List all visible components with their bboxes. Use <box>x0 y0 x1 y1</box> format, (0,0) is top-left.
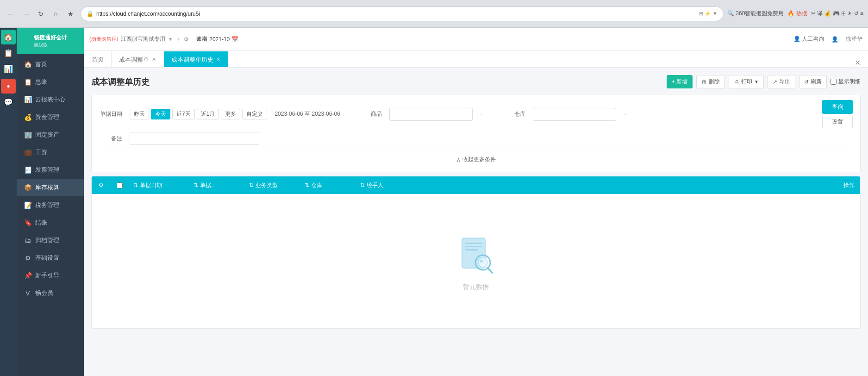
tab-cost-adjust-history[interactable]: 成本调整单历史 ✕ <box>164 51 228 67</box>
company-selector[interactable]: (勿删勿禁用) 江西服宝测试专用 ▼ ＋ ⚙ <box>89 35 189 43</box>
sidebar-item-11[interactable]: ⚙基础设置 <box>17 249 84 267</box>
svg-point-7 <box>480 260 483 263</box>
sidebar-item-label-8: 税务管理 <box>35 201 59 209</box>
print-button[interactable]: 🖨 打印 ▼ <box>729 75 764 88</box>
browser-chrome: ← → ↻ ⌂ ★ 🔒 https://cloud.chanjet.com/ac… <box>0 0 868 28</box>
sidebar-item-2[interactable]: 📊云报表中心 <box>17 91 84 108</box>
print-dropdown-arrow[interactable]: ▼ <box>754 79 759 84</box>
icon-bar-home[interactable]: 🏠 <box>1 30 16 44</box>
icon-bar-active[interactable]: ● <box>1 79 16 94</box>
service-btn[interactable]: 👤 人工咨询 <box>793 35 824 43</box>
dropdown-arrow[interactable]: ▼ <box>168 37 173 42</box>
th-biz-sort-icon: ⇅ <box>249 182 254 188</box>
select-all-checkbox[interactable] <box>117 182 123 188</box>
reload-button[interactable]: ↻ <box>34 7 47 20</box>
goods-filter-label: 商品 <box>359 110 382 118</box>
th-biz-type-label: 业务类型 <box>256 182 278 189</box>
page-header: 成本调整单历史 + 新增 🗑 删除 🖨 打印 ▼ ↗ 导出 <box>91 75 861 88</box>
tab-cost-adjust[interactable]: 成本调整单 ✕ <box>112 51 164 67</box>
query-button[interactable]: 查询 <box>822 100 853 114</box>
back-button[interactable]: ← <box>5 7 18 20</box>
sidebar-item-6[interactable]: 🧾发票管理 <box>17 161 84 179</box>
sidebar-item-icon-11: ⚙ <box>24 254 31 262</box>
th-warehouse[interactable]: ⇅ 仓库 <box>300 182 356 189</box>
settings-icon[interactable]: ⚙ <box>184 36 189 43</box>
th-biz-type[interactable]: ⇅ 业务类型 <box>244 182 300 189</box>
th-checkbox[interactable] <box>110 182 129 188</box>
date-btn-yesterday[interactable]: 昨天 <box>130 109 149 119</box>
sidebar-item-4[interactable]: 🏢固定资产 <box>17 126 84 144</box>
collapse-label: 收起更多条件 <box>462 156 496 163</box>
date-filter-label: 单据日期 <box>99 110 122 118</box>
browser-right-tools: 🔍 360智能抠图免费用 🔥 热搜 ✂ 译 💰 🎮 ⊞ ☀ ↺ ≡ <box>727 10 863 18</box>
sidebar-item-1[interactable]: 📋总账 <box>17 73 84 91</box>
th-handler-label: 经手人 <box>367 182 383 189</box>
icon-bar-chat[interactable]: 💬 <box>1 94 16 109</box>
icon-bar-ledger[interactable]: 📋 <box>1 45 16 60</box>
sidebar-item-label-6: 发票管理 <box>35 166 59 174</box>
tab-close-all[interactable]: ✕ <box>855 58 868 67</box>
sidebar-item-9[interactable]: 🔖结账 <box>17 214 84 232</box>
scissors-tool[interactable]: ✂ 译 💰 🎮 ⊞ ☀ ↺ ≡ <box>811 10 863 18</box>
settings-button[interactable]: 设置 <box>822 116 853 128</box>
export-button[interactable]: ↗ 导出 <box>768 75 795 88</box>
refresh-button[interactable]: ↺ 刷新 <box>799 75 827 88</box>
warehouse-more-dots[interactable]: ··· <box>624 112 627 117</box>
th-settings[interactable]: ⚙ <box>92 182 110 188</box>
sidebar-item-icon-9: 🔖 <box>24 219 31 226</box>
date-btn-more[interactable]: 更多 <box>221 109 240 119</box>
delete-button[interactable]: 🗑 删除 <box>696 75 725 88</box>
sidebar-item-label-3: 资金管理 <box>35 113 59 121</box>
date-btn-today[interactable]: 今天 <box>151 109 170 119</box>
goods-filter-input[interactable] <box>389 108 473 121</box>
hot-search[interactable]: 🔥 热搜 <box>787 10 807 18</box>
warehouse-filter-input[interactable] <box>533 108 616 121</box>
sidebar-logo: 畅捷通好会计 旗舰版 <box>17 28 84 54</box>
main-content: (勿删勿禁用) 江西服宝测试专用 ▼ ＋ ⚙ 账期 2021-10 📅 👤 人工… <box>84 28 868 376</box>
sidebar-item-icon-0: 🏠 <box>24 61 31 68</box>
sidebar: 畅捷通好会计 旗舰版 🏠首页📋总账📊云报表中心💰资金管理🏢固定资产💼工资🧾发票管… <box>17 28 84 376</box>
tab-cost-adjust-close[interactable]: ✕ <box>152 56 156 63</box>
th-handler[interactable]: ⇅ 经手人 <box>356 182 411 189</box>
tab-cost-adjust-history-close[interactable]: ✕ <box>216 56 220 63</box>
dropdown-icon[interactable]: ⊞ ⚡ ▼ <box>699 11 718 17</box>
display-detail-checkbox[interactable]: 显示明细 <box>831 78 861 86</box>
date-btn-1month[interactable]: 近1月 <box>197 109 219 119</box>
address-bar[interactable]: 🔒 https://cloud.chanjet.com/accounting/u… <box>81 6 724 21</box>
date-btn-7days[interactable]: 近7天 <box>172 109 195 119</box>
page-actions: + 新增 🗑 删除 🖨 打印 ▼ ↗ 导出 ↺ <box>667 75 861 88</box>
sidebar-item-icon-1: 📋 <box>24 78 31 86</box>
sidebar-item-12[interactable]: 📌新手引导 <box>17 267 84 284</box>
icon-bar-report[interactable]: 📊 <box>1 61 16 76</box>
icon-bar: 🏠 📋 📊 ● 💬 <box>0 28 17 376</box>
sidebar-item-7[interactable]: 📦库存核算 <box>17 179 84 196</box>
th-date[interactable]: ⇅ 单据日期 <box>129 182 189 189</box>
sidebar-item-8[interactable]: 📝税务管理 <box>17 196 84 214</box>
empty-state: 暂元数据 <box>92 194 860 328</box>
sidebar-item-5[interactable]: 💼工资 <box>17 144 84 161</box>
tab-home[interactable]: 首页 <box>84 51 112 67</box>
sidebar-item-13[interactable]: V畅会员 <box>17 284 84 302</box>
search-tool[interactable]: 🔍 360智能抠图免费用 <box>727 10 784 18</box>
sidebar-item-0[interactable]: 🏠首页 <box>17 56 84 73</box>
user-name: 徐泽华 <box>846 35 862 43</box>
print-icon: 🖨 <box>734 79 739 85</box>
calendar-icon[interactable]: 📅 <box>231 36 238 43</box>
user-avatar[interactable]: 👤 <box>831 36 838 43</box>
home-button[interactable]: ⌂ <box>49 7 62 20</box>
forward-button[interactable]: → <box>19 7 32 20</box>
sidebar-item-3[interactable]: 💰资金管理 <box>17 108 84 126</box>
svg-rect-2 <box>465 246 482 247</box>
note-filter-input[interactable] <box>130 132 259 145</box>
collapse-button[interactable]: ∧ 收起更多条件 <box>99 153 853 166</box>
th-no[interactable]: ⇅ 单据... <box>189 182 244 189</box>
sidebar-item-10[interactable]: 🗂归档管理 <box>17 232 84 249</box>
add-button[interactable]: + 新增 <box>667 75 693 88</box>
display-detail-input[interactable] <box>831 79 837 85</box>
sidebar-item-label-5: 工资 <box>35 148 47 157</box>
goods-more-dots[interactable]: ··· <box>480 112 484 117</box>
date-btn-custom[interactable]: 自定义 <box>242 109 267 119</box>
add-icon[interactable]: ＋ <box>175 35 181 43</box>
bookmark-button[interactable]: ★ <box>64 7 77 20</box>
sidebar-item-label-9: 结账 <box>35 219 47 227</box>
